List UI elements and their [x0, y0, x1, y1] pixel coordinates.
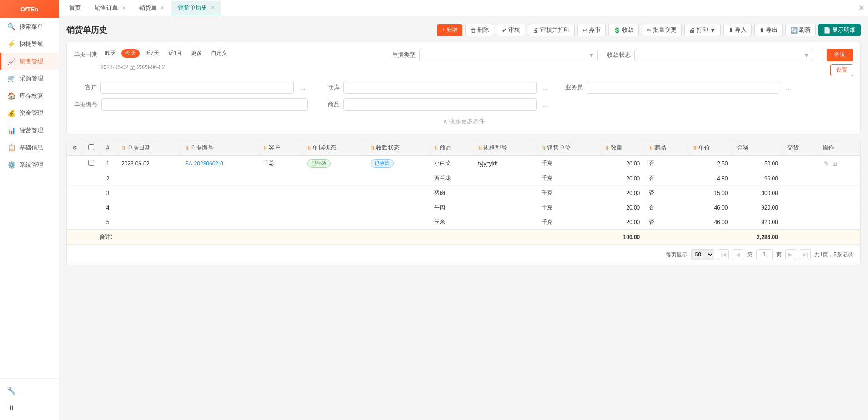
tab-home[interactable]: 首页 — [63, 1, 87, 15]
th-customer[interactable]: ⇅ 客户 — [259, 140, 303, 156]
collapse-more-link[interactable]: ∧ 收起更多条件 — [74, 115, 853, 127]
sidebar-item-ops-mgmt[interactable]: 📊 经营管理 — [0, 122, 59, 139]
sidebar-item-settings[interactable]: 🔧 — [0, 382, 59, 400]
sidebar-item-basic-info[interactable]: 📋 基础信息 — [0, 139, 59, 156]
tab-sales-delivery-history[interactable]: 销货单历史 ✕ — [171, 1, 221, 15]
customer-label: 客户 — [74, 83, 97, 91]
sidebar-item-search-menu[interactable]: 🔍 搜索菜单 — [0, 18, 59, 35]
summary-spacer — [117, 230, 601, 244]
sidebar-item-finance-mgmt[interactable]: 💰 资金管理 — [0, 105, 59, 122]
table-header-row: ⚙ # ⇅ 单据日期 ⇅ 单据编号 — [67, 140, 860, 156]
sidebar-item-quick-nav[interactable]: ⚡ 快捷导航 — [0, 35, 59, 53]
show-detail-button[interactable]: 📄 显示明细 — [818, 24, 861, 36]
new-button[interactable]: + 新增 — [437, 24, 462, 36]
first-page-button[interactable]: |◀ — [718, 249, 729, 260]
sidebar-item-pause[interactable]: ⏸ — [0, 400, 59, 416]
page-size-select[interactable]: 50 20 100 — [691, 249, 714, 260]
customer-ellipsis-btn[interactable]: ... — [297, 83, 308, 92]
sidebar-item-inventory-calc[interactable]: 🏠 库存核算 — [0, 87, 59, 105]
row-checkbox[interactable] — [83, 171, 99, 186]
table-row: 5 玉米 千克 20.00 否 46.00 920.00 — [67, 215, 860, 230]
doc-no-input[interactable] — [101, 98, 308, 111]
th-gear[interactable]: ⚙ — [67, 140, 83, 156]
row-copy-icon[interactable]: ⊞ — [832, 160, 838, 167]
row-transaction — [783, 186, 818, 200]
date-tab-more[interactable]: 更多 — [187, 49, 206, 58]
row-qty: 20.00 — [601, 156, 645, 171]
row-customer — [259, 186, 303, 200]
row-edit-icon[interactable]: ✎ — [824, 160, 829, 167]
row-doc-no[interactable]: SA-20230602-0 — [181, 156, 259, 171]
th-qty[interactable]: ⇅ 数量 — [601, 140, 645, 156]
th-doc-no[interactable]: ⇅ 单据编号 — [181, 140, 259, 156]
audit-button[interactable]: ✔ 审核 — [497, 24, 525, 36]
row-checkbox[interactable] — [83, 186, 99, 200]
import-button[interactable]: ⬇ 导入 — [723, 24, 752, 36]
audit-print-button[interactable]: 🖨 审核并打印 — [528, 24, 575, 36]
row-checkbox[interactable] — [83, 215, 99, 230]
warehouse-input[interactable] — [343, 81, 537, 94]
sidebar-item-purchase-mgmt[interactable]: 🛒 采购管理 — [0, 70, 59, 87]
date-tab-1month[interactable]: 近1月 — [165, 49, 186, 58]
query-button[interactable]: 查询 — [827, 49, 853, 61]
date-tab-7days[interactable]: 近7天 — [141, 49, 163, 58]
goods-ellipsis-btn[interactable]: ... — [540, 100, 551, 109]
last-page-button[interactable]: ▶| — [800, 249, 811, 260]
unit-sort-icon: ⇅ — [542, 145, 546, 150]
sidebar-item-sales-mgmt[interactable]: 📈 销售管理 — [0, 53, 59, 70]
prev-page-button[interactable]: ◀ — [733, 249, 743, 260]
doc-type-select[interactable] — [419, 49, 598, 61]
th-price[interactable]: ⇅ 单价 — [688, 140, 733, 156]
date-tab-yesterday[interactable]: 昨天 — [101, 49, 120, 58]
print-button[interactable]: 🖨 打印 ▼ — [684, 24, 721, 36]
page-input[interactable] — [756, 249, 773, 260]
th-doc-status[interactable]: ⇅ 单据状态 — [303, 140, 366, 156]
row-gear — [67, 171, 83, 186]
th-collect-status[interactable]: ⇅ 收款状态 — [366, 140, 430, 156]
warehouse-ellipsis-btn[interactable]: ... — [540, 83, 551, 92]
row-gift: 否 — [644, 215, 688, 230]
sidebar-logo: OfTEn — [0, 0, 59, 18]
collect-button[interactable]: 💲 收款 — [608, 24, 639, 36]
abandon-button[interactable]: ↩ 弃审 — [577, 24, 606, 36]
export-button[interactable]: ⬆ 导出 — [754, 24, 783, 36]
date-sort-icon: ⇅ — [122, 145, 125, 150]
batch-change-button[interactable]: ✏ 批量变更 — [642, 24, 682, 36]
row-checkbox[interactable] — [83, 156, 99, 171]
sidebar-bottom: 🔧 ⏸ — [0, 378, 59, 420]
close-history-tab[interactable]: ✕ — [211, 0, 215, 15]
page-label-2: 页 — [776, 251, 782, 259]
refresh-button[interactable]: 🔄 刷新 — [785, 24, 816, 36]
close-sales-delivery-tab[interactable]: ✕ — [161, 1, 164, 15]
goods-input[interactable] — [343, 98, 537, 111]
salesperson-ellipsis-btn[interactable]: ... — [783, 83, 794, 92]
content-area: 销货单历史 + 新增 🗑 删除 ✔ 审核 🖨 审核并打印 ↩ 弃审 — [59, 16, 868, 420]
row-amount: 920.00 — [732, 215, 782, 230]
delete-button[interactable]: 🗑 删除 — [465, 24, 494, 36]
close-all-tabs[interactable]: ✕ — [858, 4, 864, 12]
row-price: 4.80 — [688, 171, 733, 186]
select-all-checkbox[interactable] — [88, 144, 94, 150]
date-tab-today[interactable]: 今天 — [121, 49, 140, 58]
tab-sales-delivery[interactable]: 销货单 ✕ — [133, 1, 171, 15]
date-tab-custom[interactable]: 自定义 — [207, 49, 231, 58]
th-spec[interactable]: ⇅ 规格型号 — [473, 140, 537, 156]
row-gift: 否 — [644, 156, 688, 171]
row-checkbox[interactable] — [83, 200, 99, 215]
th-gift[interactable]: ⇅ 赠品 — [644, 140, 688, 156]
tab-sales-order[interactable]: 销售订单 ✕ — [88, 1, 132, 15]
sidebar-item-label: 采购管理 — [20, 75, 43, 83]
row-collect-status — [366, 186, 430, 200]
th-unit[interactable]: ⇅ 销售单位 — [537, 140, 601, 156]
row-price: 46.00 — [688, 215, 733, 230]
sidebar-item-sys-mgmt[interactable]: ⚙️ 系统管理 — [0, 156, 59, 174]
row-select-checkbox[interactable] — [88, 160, 94, 166]
salesperson-input[interactable] — [587, 81, 780, 94]
th-goods[interactable]: ⇅ 商品 — [430, 140, 474, 156]
close-sales-order-tab[interactable]: ✕ — [122, 1, 125, 15]
customer-input[interactable] — [100, 81, 294, 94]
set-button[interactable]: 设置 — [830, 64, 853, 76]
next-page-button[interactable]: ▶ — [785, 249, 796, 260]
collect-status-select[interactable] — [634, 49, 813, 61]
th-date[interactable]: ⇅ 单据日期 — [117, 140, 181, 156]
